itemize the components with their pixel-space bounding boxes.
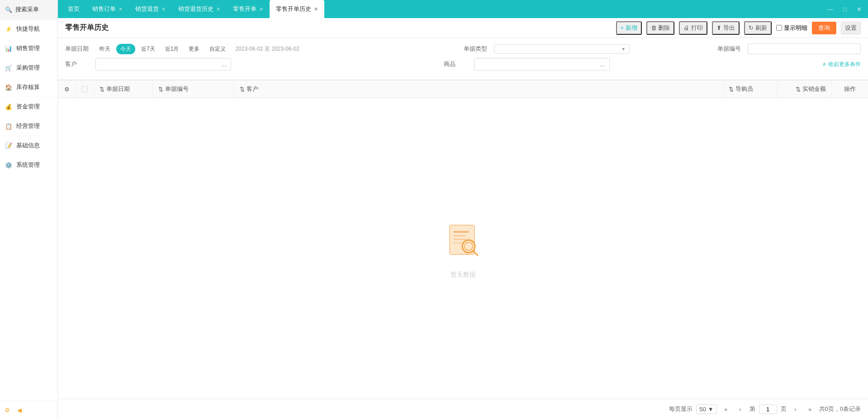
th-settings[interactable]: ⚙: [58, 81, 76, 97]
th-action: 操作: [832, 80, 868, 98]
tab-sales-return-history[interactable]: 销货退货历史✕: [172, 0, 227, 18]
tab-bar: 首页销售订单✕销货退货✕销货退货历史✕零售开单✕零售开单历史✕ — □ ✕: [58, 0, 868, 18]
sidebar-item-inventory[interactable]: 🏠库存核算: [0, 78, 57, 97]
date-btn-yesterday[interactable]: 昨天: [95, 44, 114, 54]
print-button[interactable]: 🖨 打印: [679, 21, 707, 35]
nav-label: 基础信息: [16, 141, 40, 150]
query-button[interactable]: 查询: [812, 22, 836, 34]
bill-no-input[interactable]: [752, 46, 857, 52]
page-size-select[interactable]: 50 ▼: [696, 405, 716, 414]
search-icon: 🔍: [5, 5, 13, 14]
tab-retail-open-history[interactable]: 零售开单历史✕: [270, 0, 324, 18]
nav-label: 销售管理: [16, 44, 40, 52]
sidebar-item-purchase-mgmt[interactable]: 🛒采购管理: [0, 58, 57, 78]
sidebar-item-basic-info[interactable]: 📝基础信息: [0, 136, 57, 155]
sidebar-item-quick-nav[interactable]: ⚡快捷导航: [0, 19, 57, 39]
collapse-filter-button[interactable]: ∧ 收起更多条件: [822, 61, 861, 68]
first-page-button[interactable]: «: [721, 404, 731, 414]
sort-icon[interactable]: ⇅: [729, 86, 734, 93]
next-page-button[interactable]: ›: [790, 404, 801, 414]
search-menu-label: 搜索采单: [15, 5, 39, 14]
page-toolbar: 零售开单历史 + 新增 🗑 删除 🖨 打印 ⬆ 导出 ↻ 刷新 显示明细 查询 …: [58, 18, 868, 38]
tab-sales-return[interactable]: 销货退货✕: [129, 0, 172, 18]
prev-page-button[interactable]: ‹: [735, 404, 746, 414]
window-minimize[interactable]: —: [825, 5, 836, 14]
tab-sales-order[interactable]: 销售订单✕: [86, 0, 129, 18]
settings-button[interactable]: 设置: [841, 22, 861, 34]
tab-label: 零售开单: [233, 5, 256, 13]
nav-label: 经营管理: [16, 122, 40, 130]
th-amount: ⇅ 实销金额: [778, 80, 832, 98]
date-btn-today[interactable]: 今天: [116, 44, 135, 54]
tab-home[interactable]: 首页: [62, 0, 86, 18]
sidebar-item-sales-mgmt[interactable]: 📊销售管理: [0, 39, 57, 58]
delete-button[interactable]: 🗑 删除: [646, 21, 675, 35]
nav-label: 系统管理: [16, 161, 40, 169]
date-btn-custom[interactable]: 自定义: [205, 44, 230, 54]
svg-rect-3: [453, 239, 467, 240]
tab-close-icon[interactable]: ✕: [259, 7, 263, 12]
customer-input[interactable]: [100, 61, 221, 67]
collapse-arrow-icon: ∧: [822, 61, 826, 67]
page-size-label: 每页显示: [669, 405, 693, 413]
last-page-button[interactable]: »: [805, 404, 816, 414]
settings-icon[interactable]: ⚙: [5, 407, 10, 414]
tab-close-icon[interactable]: ✕: [161, 7, 166, 12]
window-maximize[interactable]: □: [840, 5, 849, 14]
sort-icon[interactable]: ⇅: [796, 86, 801, 93]
svg-rect-4: [453, 242, 462, 244]
sort-icon[interactable]: ⇅: [100, 86, 104, 93]
nav-icon: 🛒: [5, 64, 13, 72]
date-quick-btns: 昨天今天近7天近1月更多自定义: [95, 44, 230, 54]
customer-pick-icon[interactable]: ...: [221, 60, 227, 68]
nav-icon: ⚙️: [5, 161, 13, 169]
th-guide: ⇅ 导购员: [723, 80, 778, 98]
tab-label: 零售开单历史: [276, 5, 311, 13]
page-label-end: 页: [781, 405, 787, 413]
goods-filter-label: 商品: [444, 60, 469, 68]
sidebar-nav: ⚡快捷导航📊销售管理🛒采购管理🏠库存核算💰资金管理📋经营管理📝基础信息⚙️系统管…: [0, 19, 57, 175]
sidebar-item-sys-mgmt[interactable]: ⚙️系统管理: [0, 155, 57, 175]
goods-input[interactable]: [478, 61, 600, 67]
date-btn-week[interactable]: 近7天: [137, 44, 159, 54]
tab-close-icon[interactable]: ✕: [119, 7, 123, 12]
select-all-checkbox[interactable]: [81, 86, 88, 92]
display-detail-toggle[interactable]: 显示明细: [776, 24, 807, 32]
export-button[interactable]: ⬆ 导出: [712, 21, 740, 35]
tab-close-icon[interactable]: ✕: [216, 7, 220, 12]
pagination: 每页显示 50 ▼ « ‹ 第 页 › » 共0页，0条记录: [58, 399, 868, 419]
page-size-value: 50: [699, 406, 706, 413]
sidebar: 🔍 搜索采单 ⚡快捷导航📊销售管理🛒采购管理🏠库存核算💰资金管理📋经营管理📝基础…: [0, 0, 58, 419]
tab-close-icon[interactable]: ✕: [314, 7, 318, 12]
new-button[interactable]: + 新增: [616, 21, 642, 35]
refresh-icon: ↻: [749, 24, 754, 31]
goods-pick-icon[interactable]: ...: [600, 60, 606, 68]
date-filter-label: 单据日期: [65, 45, 90, 53]
refresh-button[interactable]: ↻ 刷新: [744, 21, 772, 35]
nav-icon: 📊: [5, 44, 13, 52]
date-btn-more[interactable]: 更多: [185, 44, 204, 54]
tab-label: 销货退货历史: [178, 5, 213, 13]
customer-filter-label: 客户: [65, 60, 90, 68]
table-container: ⚙ ⇅ 单据日期 ⇅ 单据编号 ⇅ 客户 ⇅ 导购员 ⇅: [58, 80, 868, 399]
customer-input-wrap: ...: [95, 58, 231, 71]
sidebar-item-finance[interactable]: 💰资金管理: [0, 97, 57, 117]
export-icon: ⬆: [716, 24, 721, 31]
collapse-icon[interactable]: ◀: [17, 407, 22, 414]
nav-icon: ⚡: [5, 25, 13, 33]
tab-retail-open[interactable]: 零售开单✕: [227, 0, 270, 18]
search-menu-item[interactable]: 🔍 搜索采单: [0, 0, 57, 19]
bill-type-select[interactable]: ▼: [494, 44, 630, 54]
table-header: ⚙ ⇅ 单据日期 ⇅ 单据编号 ⇅ 客户 ⇅ 导购员 ⇅: [58, 80, 868, 98]
sort-icon[interactable]: ⇅: [240, 86, 245, 93]
table-settings-icon: ⚙: [64, 86, 70, 93]
window-close[interactable]: ✕: [854, 5, 864, 14]
display-detail-checkbox[interactable]: [776, 25, 782, 31]
date-btn-month[interactable]: 近1月: [161, 44, 183, 54]
sort-icon[interactable]: ⇅: [158, 86, 163, 93]
sidebar-item-operations[interactable]: 📋经营管理: [0, 117, 57, 136]
page-number-input[interactable]: [759, 405, 777, 414]
th-checkbox[interactable]: [76, 81, 94, 97]
nav-icon: 📝: [5, 141, 13, 150]
bill-no-label: 单据编号: [717, 45, 742, 53]
